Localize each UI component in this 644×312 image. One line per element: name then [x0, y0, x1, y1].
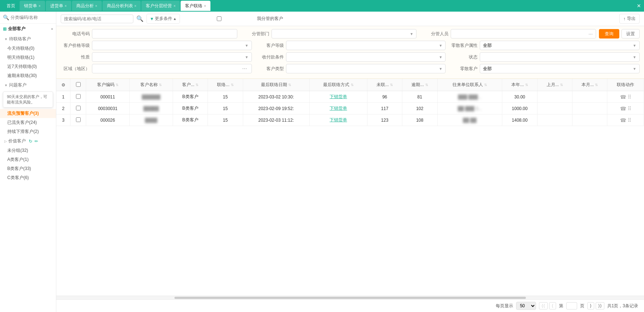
col-header-contact-person[interactable]: 往来单位联系人 ⇅: [437, 79, 502, 91]
col-header-overdue[interactable]: 逾期... ⇅: [402, 79, 437, 91]
row-index: 2: [56, 103, 71, 114]
row-this-year: 30.00: [502, 91, 537, 103]
edit-icon[interactable]: ✏: [35, 139, 38, 144]
tab-purchase-order[interactable]: 进货单 ×: [46, 1, 71, 11]
row-last-method[interactable]: 下销货单: [309, 114, 367, 126]
per-page-select[interactable]: 50 100 200: [516, 302, 536, 310]
settings-col-header[interactable]: ⚙: [56, 79, 71, 91]
row-select-checkbox[interactable]: [76, 117, 81, 122]
last-method-link[interactable]: 下销货单: [330, 94, 347, 99]
tab-home[interactable]: 首页: [3, 1, 19, 11]
col-header-this-month[interactable]: 本月... ⇅: [572, 79, 607, 91]
price-level-select[interactable]: ▼: [92, 41, 252, 50]
row-select-checkbox[interactable]: [76, 106, 81, 110]
query-button[interactable]: 查询: [599, 29, 619, 39]
my-customers-checkbox[interactable]: 我分管的客户: [183, 16, 283, 22]
status-select[interactable]: ▼: [480, 52, 640, 62]
tab-close-icon[interactable]: ×: [65, 4, 67, 8]
collapse-icon[interactable]: «: [51, 27, 53, 31]
tab-product-analysis-list[interactable]: 商品分析列表 ×: [102, 1, 141, 11]
more-icon[interactable]: ···: [588, 31, 593, 37]
col-header-no-contact[interactable]: 未联... ⇅: [367, 79, 402, 91]
row-checkbox[interactable]: [71, 91, 86, 103]
tab-product-analysis[interactable]: 商品分析 ×: [72, 1, 102, 11]
col-header-this-year[interactable]: 本年... ⇅: [502, 79, 537, 91]
search-input[interactable]: [61, 15, 133, 23]
customer-type-select[interactable]: ▼: [286, 64, 446, 73]
sidebar-item-declining[interactable]: 持续下滑客户(2): [0, 127, 56, 136]
more-conditions-button[interactable]: ▼ 更多条件 ▲: [146, 14, 180, 24]
col-header-name[interactable]: 客户名称 ⇅: [129, 79, 173, 91]
sidebar-item-churned[interactable]: 已流失客户(24): [0, 118, 56, 127]
row-checkbox[interactable]: [71, 103, 86, 114]
horizontal-scrollbar[interactable]: [56, 296, 644, 299]
export-button[interactable]: ↑ 导出: [619, 14, 640, 24]
dept-select[interactable]: ▼: [271, 29, 417, 39]
tab-sales-order[interactable]: 销货单 ×: [20, 1, 45, 11]
search-button[interactable]: 🔍: [136, 15, 144, 22]
action-more-icon[interactable]: ⠿: [628, 117, 631, 123]
tab-close-icon[interactable]: ×: [134, 4, 137, 8]
action-contact-icon[interactable]: ☎: [620, 106, 626, 112]
last-page-button[interactable]: ⟩⟩: [596, 302, 604, 309]
zero-attr-select[interactable]: 全部 ▼: [480, 41, 640, 50]
my-customers-check[interactable]: [183, 16, 255, 21]
row-checkbox[interactable]: [71, 114, 86, 126]
action-more-icon[interactable]: ⠿: [628, 106, 631, 112]
phone-input[interactable]: [92, 29, 237, 39]
sidebar-group-pending-title[interactable]: ▼ 待联络客户: [0, 34, 56, 44]
row-last-method[interactable]: 下销货单: [309, 91, 367, 103]
first-page-button[interactable]: ⟨⟨: [539, 302, 548, 309]
window-close-button[interactable]: ✕: [637, 3, 641, 9]
col-header-last-month[interactable]: 上月... ⇅: [537, 79, 572, 91]
settings-button[interactable]: 设置: [621, 29, 640, 39]
tab-customer-tier[interactable]: 客户分层经营 ×: [141, 1, 180, 11]
sidebar-search-input[interactable]: [11, 15, 53, 20]
col-header-last-method[interactable]: 最后联络方式 ⇅: [309, 79, 367, 91]
row-name: █████: [129, 103, 173, 114]
col-header-code[interactable]: 客户编码 ⇅: [86, 79, 129, 91]
customer-level-select[interactable]: ▼: [286, 41, 446, 50]
sidebar-item-tomorrow[interactable]: 明天待联络(1): [0, 53, 56, 62]
scrollbar-thumb[interactable]: [174, 297, 526, 299]
zero-customer-select[interactable]: 全部 ▼: [480, 64, 640, 73]
row-last-method[interactable]: 下销货单: [309, 103, 367, 114]
sidebar-item-churn-warning[interactable]: 流失预警客户(3): [0, 109, 56, 118]
checkbox-col-header[interactable]: [71, 79, 86, 91]
tab-close-icon[interactable]: ×: [173, 4, 176, 8]
gender-select[interactable]: ▼: [92, 52, 252, 62]
sidebar-item-class-a[interactable]: A类客户(1): [0, 155, 56, 164]
action-contact-icon[interactable]: ☎: [620, 94, 626, 100]
last-method-link[interactable]: 下销货单: [330, 106, 347, 111]
tab-customer-contact[interactable]: 客户联络 ×: [181, 1, 210, 11]
sidebar-item-class-c[interactable]: C类客户(6): [0, 173, 56, 182]
tab-close-icon[interactable]: ×: [95, 4, 97, 8]
select-all-checkbox[interactable]: [76, 82, 81, 87]
more-icon[interactable]: ···: [241, 65, 248, 72]
last-method-link[interactable]: 下销货单: [330, 117, 347, 122]
sidebar-item-7days[interactable]: 近7天待联络(0): [0, 62, 56, 71]
row-select-checkbox[interactable]: [76, 94, 81, 99]
payment-select[interactable]: ▼: [286, 52, 446, 62]
sidebar-item-ungrouped[interactable]: 未分组(32): [0, 146, 56, 155]
col-header-type[interactable]: 客户... ⇅: [173, 79, 208, 91]
table-body: 1 000011 ██████ B类客户 15 2023-03-02 10:30…: [56, 91, 644, 126]
sidebar-item-overdue[interactable]: 逾期未联络(30): [0, 71, 56, 80]
current-page-input[interactable]: 1: [566, 302, 577, 309]
tab-close-icon[interactable]: ×: [204, 4, 206, 8]
sidebar-all-customers[interactable]: ⊞ 全部客户 «: [0, 24, 56, 34]
area-select[interactable]: ···: [92, 64, 252, 73]
col-header-last-date[interactable]: 最后联络日期 ⇅: [243, 79, 309, 91]
refresh-icon[interactable]: ↻: [29, 139, 32, 144]
sidebar-item-today[interactable]: 今天待联络(0): [0, 44, 56, 53]
next-page-button[interactable]: ⟩: [587, 302, 594, 309]
col-header-contact[interactable]: 联络... ⇅: [208, 79, 243, 91]
sidebar-group-problem-title[interactable]: ▼ 问题客户: [0, 80, 56, 90]
prev-page-button[interactable]: ⟨: [549, 302, 556, 309]
action-more-icon[interactable]: ⠿: [628, 94, 631, 100]
person-select[interactable]: ···: [451, 29, 596, 39]
sidebar-item-class-b[interactable]: B类客户(33): [0, 164, 56, 173]
action-contact-icon[interactable]: ☎: [620, 117, 626, 123]
tab-close-icon[interactable]: ×: [39, 4, 41, 8]
sidebar-group-value-title[interactable]: ▷ 价值客户 ↻ ✏: [0, 136, 56, 146]
